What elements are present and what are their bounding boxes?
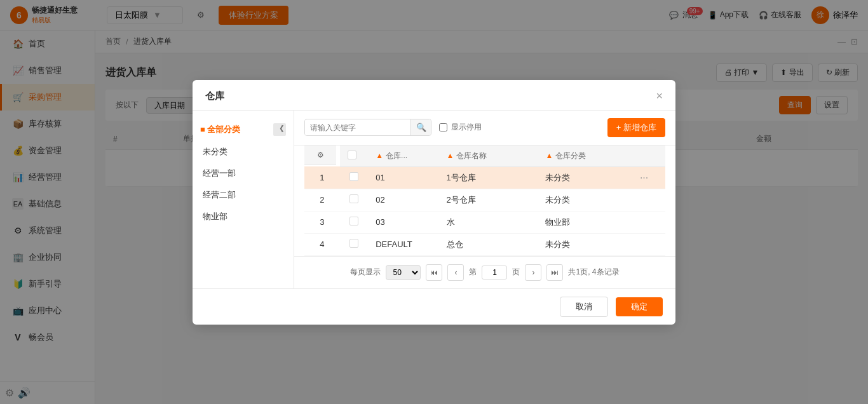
left-panel: ■ 全部分类 《 未分类 经营一部 经营二部 物业部 xyxy=(193,111,294,288)
left-panel-all-category[interactable]: ■ 全部分类 《 xyxy=(193,118,294,141)
row-warehouse-name: 2号仓库 xyxy=(439,189,538,211)
page-size-select[interactable]: 50 10 20 100 xyxy=(386,265,421,280)
row-warehouse-category: 未分类 xyxy=(538,166,623,189)
th-actions xyxy=(623,145,665,167)
search-input[interactable] xyxy=(305,120,410,135)
page-size-label: 每页显示 xyxy=(350,267,381,278)
confirm-button[interactable]: 确定 xyxy=(616,297,663,316)
th-warehouse-category[interactable]: ▲ 仓库分类 xyxy=(538,145,623,167)
row-index: 2 xyxy=(304,189,340,211)
row-warehouse-name: 总仓 xyxy=(439,233,538,255)
right-panel: 🔍 显示停用 + 新增仓库 ⚙ xyxy=(294,111,675,288)
table-row[interactable]: 3 03 水 物业部 xyxy=(304,211,665,233)
collapse-button[interactable]: 《 xyxy=(273,123,286,136)
row-warehouse-category: 物业部 xyxy=(538,211,623,233)
row-index: 4 xyxy=(304,233,340,255)
row-warehouse-category: 未分类 xyxy=(538,233,623,255)
row-checkbox[interactable] xyxy=(349,239,358,248)
show-disabled-checkbox[interactable] xyxy=(439,123,447,131)
row-more-button[interactable]: ··· xyxy=(640,172,648,183)
row-checkbox-cell xyxy=(340,233,369,255)
select-all-checkbox[interactable] xyxy=(348,151,356,159)
search-box: 🔍 xyxy=(304,119,431,136)
left-panel-item-dept1[interactable]: 经营一部 xyxy=(193,163,294,184)
row-warehouse-name: 水 xyxy=(439,211,538,233)
show-disabled-label: 显示停用 xyxy=(439,122,482,133)
row-checkbox[interactable] xyxy=(349,217,358,226)
page-first-button[interactable]: ⏮ xyxy=(426,264,442,281)
th-warehouse-name[interactable]: ▲ 仓库名称 xyxy=(439,145,538,167)
row-checkbox-cell xyxy=(340,211,369,233)
row-warehouse-name: 1号仓库 xyxy=(439,166,538,189)
modal-pagination: 每页显示 50 10 20 100 ⏮ ‹ 第 页 › ⏭ 共1页, 4条记录 xyxy=(294,256,675,288)
add-warehouse-button[interactable]: + 新增仓库 xyxy=(607,118,665,137)
sort-up-icon: ▲ xyxy=(376,151,383,160)
table-row[interactable]: 1 01 1号仓库 未分类 ··· xyxy=(304,166,665,189)
row-warehouse-num: 02 xyxy=(368,189,438,211)
search-icon-button[interactable]: 🔍 xyxy=(410,119,431,135)
row-index: 1 xyxy=(304,166,340,189)
modal-footer: 取消 确定 xyxy=(193,288,675,325)
row-actions xyxy=(623,211,665,233)
left-panel-item-dept2[interactable]: 经营二部 xyxy=(193,184,294,206)
total-info: 共1页, 4条记录 xyxy=(568,267,619,278)
table-row[interactable]: 4 DEFAULT 总仓 未分类 xyxy=(304,233,665,255)
modal-header: 仓库 × xyxy=(193,80,675,111)
row-index: 3 xyxy=(304,211,340,233)
row-actions xyxy=(623,189,665,211)
modal-title: 仓库 xyxy=(205,90,224,102)
modal-close-button[interactable]: × xyxy=(656,90,663,102)
row-checkbox[interactable] xyxy=(349,194,358,203)
row-warehouse-num: 03 xyxy=(368,211,438,233)
sort-icon-category: ▲ xyxy=(545,151,553,160)
th-warehouse-num[interactable]: ▲ 仓库... xyxy=(368,145,438,167)
left-panel-item-uncategorized[interactable]: 未分类 xyxy=(193,141,294,163)
row-checkbox[interactable] xyxy=(349,172,358,181)
warehouse-modal: 仓库 × ■ 全部分类 《 未分类 经营一部 经营二部 物业部 xyxy=(193,80,675,325)
modal-backdrop: 仓库 × ■ 全部分类 《 未分类 经营一部 经营二部 物业部 xyxy=(0,0,868,404)
row-actions xyxy=(623,233,665,255)
page-prev-button[interactable]: ‹ xyxy=(447,264,464,281)
row-warehouse-category: 未分类 xyxy=(538,189,623,211)
th-gear[interactable]: ⚙ xyxy=(304,145,336,165)
row-warehouse-num: 01 xyxy=(368,166,438,189)
page-unit-label: 页 xyxy=(512,267,520,278)
page-next-button[interactable]: › xyxy=(525,264,541,281)
modal-table: ⚙ ▲ 仓库... xyxy=(304,145,665,256)
page-label: 第 xyxy=(469,267,477,278)
modal-body: ■ 全部分类 《 未分类 经营一部 经营二部 物业部 🔍 xyxy=(193,111,675,288)
table-row[interactable]: 2 02 2号仓库 未分类 xyxy=(304,189,665,211)
modal-table-area: ⚙ ▲ 仓库... xyxy=(294,145,675,256)
left-panel-item-property[interactable]: 物业部 xyxy=(193,206,294,227)
page-number-input[interactable] xyxy=(482,266,507,279)
sort-icon-name: ▲ xyxy=(447,151,454,160)
row-checkbox-cell xyxy=(340,189,369,211)
right-panel-toolbar: 🔍 显示停用 + 新增仓库 xyxy=(294,111,675,145)
cancel-button[interactable]: 取消 xyxy=(560,297,608,317)
row-warehouse-num: DEFAULT xyxy=(368,233,438,255)
all-category-label: ■ 全部分类 xyxy=(200,124,240,135)
th-checkbox xyxy=(340,145,369,167)
row-actions: ··· xyxy=(623,166,665,189)
row-checkbox-cell xyxy=(340,166,369,189)
page-last-button[interactable]: ⏭ xyxy=(546,264,563,281)
